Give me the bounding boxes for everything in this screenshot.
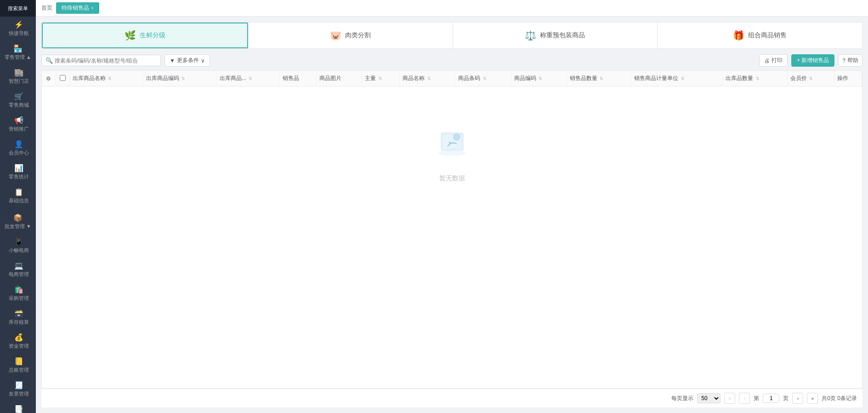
fresh-grade-icon: 🌿 — [125, 30, 136, 41]
toolbar-right: 🖨 打印 + 新增销售品 ? 帮助 — [759, 54, 862, 67]
main-content: 首页 特殊销售品 × 🌿 生鲜分级 🐷 肉类分割 ⚖️ 称重预包装商品 🎁 组合… — [36, 0, 868, 413]
sidebar-item-label: 批发管理 ▼ — [5, 223, 31, 230]
retail-mgmt-icon: 🏪 — [13, 44, 23, 53]
sort-icon: ⇅ — [483, 76, 487, 81]
cat-tab-meat-cut[interactable]: 🐷 肉类分割 — [248, 23, 453, 48]
pagination-total: 共0页 0条记录 — [822, 395, 857, 402]
sidebar-item-wholesale-mgmt[interactable]: 📦 批发管理 ▼ — [0, 210, 36, 234]
prev-page-button[interactable]: ‹ — [739, 393, 750, 404]
sidebar-item-ecom-mgmt[interactable]: 💻 电商管理 — [0, 258, 36, 281]
sidebar-logo[interactable]: 搜索菜单 — [0, 0, 36, 17]
first-page-icon: « — [728, 396, 731, 401]
help-button[interactable]: ? 帮助 — [838, 54, 862, 67]
sidebar-item-ledger-mgmt[interactable]: 📒 总账管理 — [0, 353, 36, 377]
col-out-qty[interactable]: 出库品数量 ⇅ — [723, 71, 788, 86]
retail-mall-icon: 🛒 — [14, 92, 23, 101]
print-icon: 🖨 — [764, 57, 770, 64]
select-all-checkbox[interactable] — [60, 75, 66, 81]
topbar-home[interactable]: 首页 — [41, 4, 52, 12]
sidebar-item-quick-nav[interactable]: ⚡ 快捷导航 — [0, 17, 36, 40]
svg-point-4 — [449, 142, 451, 143]
page-size-select[interactable]: 10 20 50 100 — [697, 393, 720, 403]
sidebar-item-invoice-mgmt[interactable]: 🧾 发票管理 — [0, 377, 36, 401]
sidebar-item-purchase-mgmt[interactable]: 🛍️ 采购管理 — [0, 281, 36, 305]
sidebar-item-inventory[interactable]: 🗃️ 库存核算 — [0, 305, 36, 329]
table-header-row: ⚙ 出库商品名称 ⇅ 出库商品编码 ⇅ 出库商品 — [42, 71, 862, 86]
col-product-barcode[interactable]: 商品条码 ⇅ — [455, 71, 511, 86]
search-input[interactable] — [55, 57, 156, 64]
data-table: ⚙ 出库商品名称 ⇅ 出库商品编码 ⇅ 出库商品 — [42, 71, 862, 86]
sidebar-item-retail-stats[interactable]: 📊 零售统计 — [0, 160, 36, 184]
sidebar-item-retail-mgmt[interactable]: 🏪 零售管理 ▲ — [0, 40, 36, 64]
sidebar-item-smart-store[interactable]: 🏬 智慧门店 — [0, 64, 36, 88]
topbar-active-tab[interactable]: 特殊销售品 × — [56, 2, 99, 14]
page-label-before: 第 — [754, 395, 759, 402]
add-sales-product-button[interactable]: + 新增销售品 — [791, 54, 834, 67]
sidebar-item-label: 零售商城 — [9, 102, 29, 109]
print-button[interactable]: 🖨 打印 — [759, 54, 788, 67]
cat-tab-fresh-grade[interactable]: 🌿 生鲜分级 — [42, 23, 248, 48]
inventory-icon: 🗃️ — [14, 309, 23, 318]
col-member-price[interactable]: 会员价 ⇅ — [788, 71, 834, 86]
next-page-button[interactable]: › — [792, 393, 803, 404]
sidebar-item-sales-promo[interactable]: 📢 营销推广 — [0, 112, 36, 136]
col-product-image[interactable]: 商品图片 — [317, 71, 362, 86]
col-settings[interactable]: ⚙ — [42, 71, 56, 86]
sidebar-item-label: 库存核算 — [9, 319, 29, 326]
sidebar-item-label: 零售统计 — [9, 173, 29, 180]
filter-icon: ▼ — [170, 57, 175, 64]
pagination: 每页显示 10 20 50 100 « ‹ 第 页 › » 共0页 0条记录 — [41, 389, 862, 407]
print-label: 打印 — [772, 57, 783, 64]
page-number-input[interactable] — [763, 394, 779, 403]
col-product-name[interactable]: 商品名称 ⇅ — [400, 71, 455, 86]
sidebar-item-basic-info[interactable]: 📋 基础信息 — [0, 184, 36, 208]
topbar: 首页 特殊销售品 × — [36, 0, 868, 17]
col-sales-qty[interactable]: 销售品数量 ⇅ — [567, 71, 631, 86]
col-checkbox[interactable] — [56, 71, 69, 86]
help-label: 帮助 — [847, 57, 858, 64]
combo-sales-icon: 🎁 — [733, 30, 744, 41]
invoice-mgmt-icon: 🧾 — [14, 381, 23, 390]
topbar-tab-label: 特殊销售品 — [62, 4, 89, 12]
wholesale-mgmt-icon: 📦 — [13, 213, 23, 222]
sidebar-item-finance-mgmt[interactable]: 💰 资金管理 — [0, 329, 36, 353]
col-weight[interactable]: 主量 ⇅ — [362, 71, 400, 86]
sidebar-logo-text: 搜索菜单 — [8, 5, 28, 12]
col-product-code[interactable]: 商品编码 ⇅ — [511, 71, 567, 86]
sidebar-item-label: 采购管理 — [9, 295, 29, 302]
sidebar-item-member-center[interactable]: 👤 会员中心 — [0, 136, 36, 160]
member-center-icon: 👤 — [14, 140, 23, 149]
col-out-product-code[interactable]: 出库商品编码 ⇅ — [143, 71, 216, 86]
toolbar: 🔍 ▼ 更多条件 ∨ 🖨 打印 + 新增销售品 ? — [41, 54, 862, 67]
cat-tab-label: 组合商品销售 — [748, 31, 787, 40]
col-sales-product[interactable]: 销售品 — [280, 71, 317, 86]
page-size-label: 每页显示 — [671, 395, 693, 402]
sort-icon: ⇅ — [600, 76, 603, 81]
toolbar-left: 🔍 ▼ 更多条件 ∨ — [41, 54, 210, 67]
cat-tab-combo-sales[interactable]: 🎁 组合商品销售 — [658, 23, 862, 48]
basic-info-icon: 📋 — [14, 188, 23, 196]
last-page-icon: » — [811, 396, 814, 401]
topbar-tab-close[interactable]: × — [91, 6, 94, 11]
search-icon: 🔍 — [45, 57, 53, 64]
last-page-button[interactable]: » — [807, 393, 818, 404]
cat-tab-label: 肉类分割 — [345, 31, 371, 40]
sales-promo-icon: 📢 — [14, 116, 23, 125]
sidebar-item-tax-mgmt[interactable]: 📑 税务管理 — [0, 401, 36, 413]
category-tabs: 🌿 生鲜分级 🐷 肉类分割 ⚖️ 称重预包装商品 🎁 组合商品销售 — [41, 22, 862, 49]
sidebar-item-label: 零售管理 ▲ — [5, 54, 31, 61]
help-icon: ? — [842, 57, 845, 64]
sidebar-item-label: 资金管理 — [9, 343, 29, 350]
col-out-product-name[interactable]: 出库商品名称 ⇅ — [69, 71, 143, 86]
empty-state: 暂无数据 — [42, 86, 862, 219]
filter-button[interactable]: ▼ 更多条件 ∨ — [165, 54, 210, 67]
col-sales-unit[interactable]: 销售商品计量单位 ⇅ — [631, 71, 723, 86]
search-box[interactable]: 🔍 — [41, 55, 161, 66]
first-page-button[interactable]: « — [724, 393, 735, 404]
cat-tab-weigh-pack[interactable]: ⚖️ 称重预包装商品 — [453, 23, 658, 48]
sidebar-item-micro-store[interactable]: 📱 小畅电商 — [0, 234, 36, 258]
weigh-pack-icon: ⚖️ — [525, 30, 536, 41]
sidebar-item-retail-mall[interactable]: 🛒 零售商城 — [0, 88, 36, 112]
col-out-product-info[interactable]: 出库商品... ⇅ — [216, 71, 279, 86]
col-operation: 操作 — [834, 71, 862, 86]
